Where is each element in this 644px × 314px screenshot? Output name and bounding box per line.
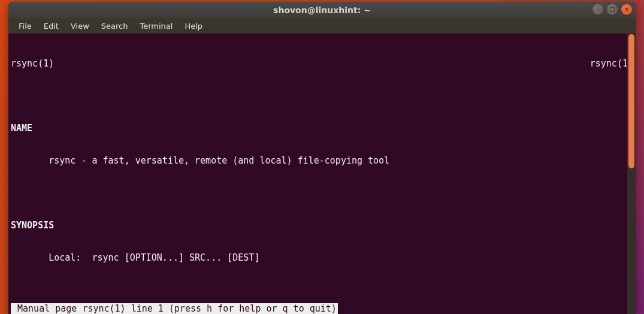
maximize-icon: □ [609, 7, 615, 13]
man-header: rsync(1) rsync(1) [11, 58, 633, 69]
terminal-window: shovon@linuxhint: ~ – □ × File Edit View… [8, 2, 636, 314]
blank-line [11, 285, 633, 295]
close-icon: × [624, 7, 629, 13]
minimize-icon: – [597, 7, 600, 13]
menu-help[interactable]: Help [179, 20, 208, 32]
menu-terminal[interactable]: Terminal [134, 20, 178, 32]
menu-edit[interactable]: Edit [38, 20, 64, 32]
section-name-heading: NAME [11, 123, 633, 134]
menu-view[interactable]: View [65, 20, 95, 32]
blank-line [11, 90, 633, 101]
titlebar[interactable]: shovon@linuxhint: ~ – □ × [8, 2, 636, 19]
name-line: rsync - a fast, versatile, remote (and l… [11, 155, 633, 166]
menu-file[interactable]: File [13, 20, 37, 32]
scrollbar[interactable] [627, 34, 636, 314]
terminal-viewport[interactable]: rsync(1) rsync(1) NAME rsync - a fast, v… [8, 34, 636, 314]
maximize-button[interactable]: □ [607, 4, 618, 15]
man-header-left: rsync(1) [11, 58, 54, 69]
man-status-line: Manual page rsync(1) line 1 (press h for… [11, 303, 338, 314]
blank-line [11, 188, 633, 198]
section-synopsis-heading: SYNOPSIS [11, 220, 633, 231]
window-controls: – □ × [592, 4, 632, 15]
window-title: shovon@linuxhint: ~ [273, 5, 371, 15]
close-button[interactable]: × [621, 4, 632, 15]
scrollbar-thumb[interactable] [628, 34, 634, 168]
syn-local: Local: rsync [OPTION...] SRC... [DEST] [11, 252, 633, 263]
menu-search[interactable]: Search [96, 20, 134, 32]
menubar: File Edit View Search Terminal Help [8, 19, 636, 34]
minimize-button[interactable]: – [592, 4, 603, 15]
